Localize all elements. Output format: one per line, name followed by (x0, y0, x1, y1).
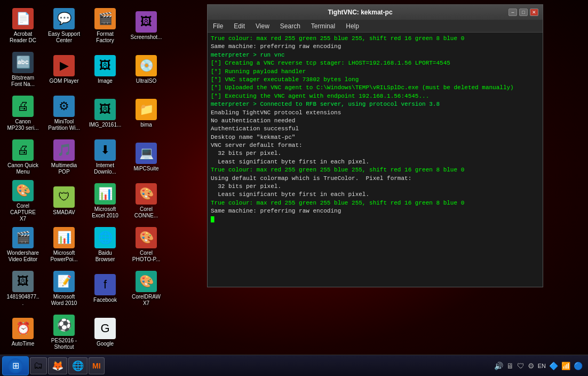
desktop-icon-img-22: 📊 (53, 227, 75, 248)
tray-wifi-icon[interactable]: 📶 (561, 362, 570, 370)
vnc-titlebar: TightVNC: kekmat-pc – □ ✕ (208, 5, 543, 20)
desktop-icon-25[interactable]: 🖼1481904877... (4, 267, 42, 310)
desktop-icon-4[interactable]: 🔤Bitstream Font Na... (4, 48, 42, 91)
terminal-line-4: [*] Running payload handler (211, 68, 539, 76)
desktop-icon-11[interactable]: 📁bima (128, 92, 165, 135)
desktop-icon-grid: 📄Acrobat Reader DC💬Easy Support Center🎬F… (4, 4, 170, 354)
desktop-icon-12[interactable]: 🖨Canon Quick Menu (4, 136, 42, 178)
desktop-icon-15[interactable]: 💻MiPCSuite (128, 136, 165, 178)
terminal-line-0: True colour: max red 255 green 255 blue … (211, 35, 539, 43)
terminal-line-18: 32 bits per pixel. (211, 183, 539, 191)
desktop-icon-label-14: Internet Downlo... (89, 162, 122, 175)
terminal-line-17: Using default colormap which is TrueColo… (211, 175, 539, 183)
desktop-icon-img-31: G (94, 318, 116, 339)
desktop-icon-26[interactable]: 📝Microsoft Word 2010 (45, 267, 83, 310)
desktop-icon-label-10: IMG_20161... (89, 122, 122, 128)
desktop-icon-2[interactable]: 🎬Format Factory (86, 4, 124, 47)
desktop-icon-0[interactable]: 📄Acrobat Reader DC (4, 4, 42, 47)
desktop-icon-6[interactable]: 🖼Image (86, 48, 124, 91)
desktop-icon-28[interactable]: 🎨CorelDRAW X7 (128, 267, 165, 310)
menu-file[interactable]: File (211, 21, 225, 31)
desktop-icon-label-18: Microsoft Excel 2010 (89, 206, 122, 219)
vnc-maximize-button[interactable]: □ (519, 9, 528, 16)
tray-sound-icon[interactable]: 🔊 (494, 362, 503, 370)
desktop-icon-29[interactable]: ⏰AutoTime (4, 311, 42, 354)
desktop-icon-14[interactable]: ⬇Internet Downlo... (86, 136, 124, 178)
desktop-icon-1[interactable]: 💬Easy Support Center (45, 4, 83, 47)
menu-help[interactable]: Help (344, 21, 361, 31)
desktop-icon-label-30: PES2016 - Shortcut (47, 338, 81, 350)
taskbar-firefox[interactable]: 🦊 (48, 357, 67, 374)
tray-language: EN (538, 363, 546, 369)
taskbar-file-explorer[interactable]: 🗂 (30, 357, 47, 374)
desktop-icon-17[interactable]: 🛡SMADAV (45, 179, 83, 222)
desktop-icon-img-6: 🖼 (94, 55, 116, 76)
desktop-icon-label-24: Corel PHOTO-P... (130, 250, 163, 263)
xiaomi-icon: MI (92, 362, 101, 370)
desktop-icon-label-17: SMADAV (53, 209, 75, 216)
desktop-icon-22[interactable]: 📊Microsoft PowerPoi... (45, 223, 83, 266)
desktop-icon-img-11: 📁 (136, 99, 157, 120)
desktop-icon-img-16: 🎨 (12, 180, 34, 201)
desktop-icon-21[interactable]: 🎬Wondershare Video Editor (4, 223, 42, 266)
desktop-icon-img-20: 🎨 (136, 183, 157, 205)
terminal-line-1: Same machine: preferring raw encoding (211, 43, 539, 51)
desktop-icon-3[interactable]: 🖼Screenshot... (128, 4, 165, 47)
desktop-icon-30[interactable]: ⚽PES2016 - Shortcut (45, 311, 83, 354)
desktop-icon-5[interactable]: ▶GOM Player (45, 48, 83, 91)
desktop-icon-label-2: Format Factory (89, 31, 122, 44)
menu-search[interactable]: Search (278, 21, 303, 31)
desktop-icon-label-16: Corel CAPTURE X7 (6, 203, 39, 222)
desktop-icon-label-0: Acrobat Reader DC (6, 31, 39, 44)
desktop-icon-img-1: 💬 (53, 8, 75, 29)
taskbar-xiaomi[interactable]: MI (89, 357, 105, 374)
desktop-icon-7[interactable]: 💿UltraISO (128, 48, 165, 91)
desktop-icon-img-27: f (94, 274, 116, 295)
desktop-icon-img-0: 📄 (12, 8, 34, 29)
desktop-icon-16[interactable]: 🎨Corel CAPTURE X7 (4, 179, 42, 222)
desktop-icon-img-21: 🎬 (12, 227, 34, 248)
desktop-icon-10[interactable]: 🖼IMG_20161... (86, 92, 124, 135)
desktop-icon-label-20: Corel CONNE... (130, 206, 163, 219)
desktop-icon-img-5: ▶ (53, 55, 75, 76)
desktop-icon-18[interactable]: 📊Microsoft Excel 2010 (86, 179, 124, 222)
terminal-menubar: File Edit View Search Terminal Help (208, 20, 543, 33)
desktop-icon-23[interactable]: 🌐Baidu Browser (86, 223, 124, 266)
vnc-title: TightVNC: kekmat-pc (212, 9, 508, 16)
terminal-line-13: VNC server default format: (211, 142, 539, 150)
vnc-window: TightVNC: kekmat-pc – □ ✕ File Edit View… (207, 4, 543, 287)
desktop-icon-label-26: Microsoft Word 2010 (47, 294, 81, 307)
menu-edit[interactable]: Edit (232, 21, 247, 31)
terminal-line-14: 32 bits per pixel. (211, 150, 539, 158)
desktop-icon-27[interactable]: fFacebook (86, 267, 124, 310)
terminal-line-16: True colour: max red 255 green 255 blue … (211, 166, 539, 174)
menu-terminal[interactable]: Terminal (309, 21, 337, 31)
tray-settings-icon[interactable]: ⚙ (528, 362, 535, 370)
desktop-icon-label-6: Image (98, 78, 113, 84)
terminal-output[interactable]: True colour: max red 255 green 255 blue … (208, 33, 543, 287)
desktop-icon-9[interactable]: ⚙MiniTool Partition Wi... (45, 92, 83, 135)
desktop-icon-img-24: 🎨 (136, 227, 157, 248)
desktop-icon-img-9: ⚙ (53, 96, 75, 117)
desktop-icon-label-7: UltraISO (136, 78, 156, 84)
desktop-icon-label-5: GOM Player (49, 78, 78, 84)
menu-view[interactable]: View (253, 21, 272, 31)
tray-bluetooth-icon[interactable]: 🔵 (574, 362, 583, 370)
desktop-icon-img-15: 💻 (136, 143, 157, 164)
desktop-icon-13[interactable]: 🎵Multimedia POP (45, 136, 83, 178)
desktop-icon-31[interactable]: GGoogle (86, 311, 124, 354)
start-button[interactable]: ⊞ (2, 356, 29, 375)
tray-network-icon[interactable]: 🖥 (506, 362, 514, 370)
terminal-line-2: meterpreter > run vnc (211, 51, 539, 59)
desktop-icon-8[interactable]: 🖨Canon MP230 seri... (4, 92, 42, 135)
desktop-icon-20[interactable]: 🎨Corel CONNE... (128, 179, 165, 222)
desktop-icon-label-27: Facebook (93, 297, 117, 303)
system-tray: 🔊 🖥 🛡 ⚙ EN 🔷 📶 🔵 (494, 362, 586, 370)
vnc-close-button[interactable]: ✕ (530, 9, 538, 16)
desktop-icon-img-4: 🔤 (12, 52, 34, 73)
vnc-minimize-button[interactable]: – (508, 9, 517, 16)
desktop-icon-24[interactable]: 🎨Corel PHOTO-P... (128, 223, 165, 266)
taskbar-browser[interactable]: 🌐 (68, 357, 88, 374)
tray-security-icon[interactable]: 🛡 (517, 362, 525, 370)
desktop-icon-label-15: MiPCSuite (133, 166, 158, 172)
